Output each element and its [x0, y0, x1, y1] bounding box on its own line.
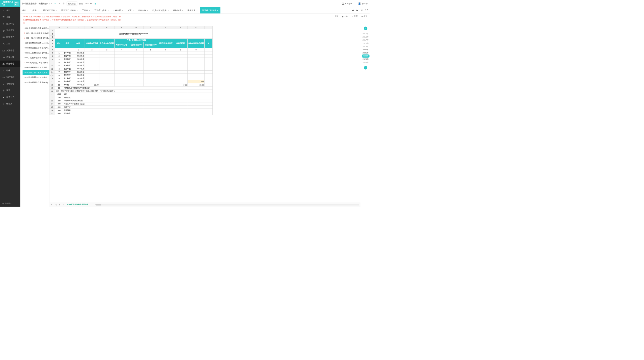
tab-close-icon[interactable]: ✕: [182, 9, 183, 11]
reset-button[interactable]: ↺重置: [352, 15, 358, 18]
tab-存货别名对照表[interactable]: 存货别名对照表✕: [150, 7, 171, 14]
period-value[interactable]: 2023-11: [85, 3, 92, 5]
tab-close-icon[interactable]: ✕: [132, 9, 134, 11]
account-selector[interactable]: 刘小艳演示账套（勿删勿动！）1 ﹀: [22, 2, 56, 5]
tab-个税申报[interactable]: 个税申报✕: [111, 7, 125, 14]
nav-结账[interactable]: ✓结账: [0, 67, 20, 74]
tab-所得税汇算清缴[interactable]: 所得税汇算清缴✕: [200, 7, 220, 14]
report-item[interactable]: 004-期间费用明细表(A1040...: [23, 41, 49, 46]
collapse-handle[interactable]: ≪: [49, 72, 51, 78]
settings-icon-button[interactable]: ⚙: [63, 2, 65, 5]
tab-fullscreen[interactable]: ⛶: [365, 9, 369, 12]
period-label: 账期: [79, 2, 83, 5]
sidebar-pin-toggle[interactable]: ◀▶ 取消固定: [0, 201, 20, 207]
col-header[interactable]: G: [129, 26, 143, 29]
tab-close-icon[interactable]: ✕: [76, 9, 78, 11]
year-2020年[interactable]: 2020年: [362, 48, 370, 51]
sheet-nav-last[interactable]: ⏭: [62, 204, 66, 206]
nav-进销台账[interactable]: ⇄进销台账: [0, 54, 20, 61]
col-header[interactable]: C: [72, 26, 85, 29]
nav-label: 新手引导: [6, 96, 14, 98]
consult-button[interactable]: 🎧 人工咨询: [342, 2, 352, 5]
report-item[interactable]: 009-企业所得税弥补亏损明...: [23, 65, 49, 70]
tab-close-icon[interactable]: ✕: [122, 9, 123, 11]
report-item[interactable]: ?008-资产折旧、摊销及纳税...: [23, 60, 49, 65]
nav-工资[interactable]: ✎工资: [0, 41, 20, 47]
report-item[interactable]: ?003-一般企业成本支出明细...: [23, 36, 49, 41]
add-account-button[interactable]: ＋: [58, 2, 61, 5]
tab-close-all[interactable]: ✕: [360, 9, 364, 12]
tab-close-icon[interactable]: ✕: [217, 9, 218, 11]
report-item[interactable]: 011-研发费用加计扣除优惠...: [23, 75, 49, 80]
nav-首页[interactable]: ⌂首页: [0, 7, 20, 14]
col-header[interactable]: A: [55, 26, 63, 29]
tab-工资表[interactable]: 工资表✕: [80, 7, 92, 14]
col-header[interactable]: B: [63, 26, 72, 29]
sheet-nav-next[interactable]: ▶: [58, 204, 62, 206]
year-2021年[interactable]: 2021年: [362, 51, 370, 54]
tab-close-icon[interactable]: ✕: [37, 9, 39, 11]
col-header[interactable]: D: [85, 26, 99, 29]
tab-税务申报[interactable]: 税务申报✕: [171, 7, 185, 14]
report-item[interactable]: 010-免税、减计收入及加计...: [23, 70, 49, 75]
sheet-nav-prev[interactable]: ◀: [53, 204, 58, 206]
tab-close-icon[interactable]: ✕: [89, 9, 90, 11]
nav-icon: ❒: [2, 49, 5, 52]
tab-scroll-left[interactable]: ◀: [351, 9, 355, 12]
nav-畅会员[interactable]: V畅会员: [0, 100, 20, 107]
sheet-nav-first[interactable]: ⏮: [49, 204, 53, 206]
refresh-button[interactable]: ⟳刷新: [361, 15, 367, 18]
tab-工资统计报表[interactable]: 工资统计报表✕: [92, 7, 111, 14]
print-button[interactable]: 🖨打印: [342, 15, 348, 18]
tab-close-icon[interactable]: ✕: [196, 9, 198, 11]
tab-进销台账[interactable]: 进销台账✕: [136, 7, 150, 14]
h-scrollbar[interactable]: [95, 204, 359, 205]
year-2023年[interactable]: 2023年: [362, 58, 370, 61]
spreadsheet[interactable]: ABCDEFGHIJK1企业所得税弥补亏损明细表(A106000)234行次项目…: [49, 26, 360, 203]
report-item[interactable]: 005-纳税调整项目明细表(A1...: [23, 45, 49, 50]
report-item[interactable]: 006-职工薪酬纳税调整明细...: [23, 50, 49, 56]
year-2022年[interactable]: 2022年: [362, 54, 370, 58]
tab-固定资产明细账[interactable]: 固定资产明细账✕: [59, 7, 80, 14]
nav-固定资产[interactable]: ▥固定资产: [0, 34, 20, 40]
tab-发票[interactable]: 发票✕: [125, 7, 136, 14]
switch-old-button[interactable]: 切到旧版: [67, 2, 77, 6]
toolbar: ⬇下载 🖨打印 ↺重置 ⟳刷新: [332, 15, 367, 18]
nav-总账[interactable]: ☰总账: [0, 14, 20, 20]
sheet-tab[interactable]: 企业所得税弥补亏损明细表: [66, 203, 90, 207]
tab-固定资产类别[interactable]: 固定资产类别✕: [41, 7, 59, 14]
report-item[interactable]: 007-广告费和业务宣传费跨...: [23, 55, 49, 60]
download-button[interactable]: ⬇下载: [332, 15, 338, 18]
tab-close-icon[interactable]: ✕: [56, 9, 58, 11]
col-header[interactable]: F: [115, 26, 129, 29]
col-header[interactable]: I: [158, 26, 173, 29]
nav-发票管理[interactable]: ❒发票管理: [0, 47, 20, 54]
tab-计报表[interactable]: 计报表✕: [29, 7, 41, 14]
year-scroll-up[interactable]: ︿: [364, 27, 367, 30]
nav-归档管理[interactable]: ▭归档管理: [0, 74, 20, 80]
tab-首页[interactable]: 首页: [20, 7, 28, 14]
col-header[interactable]: H: [144, 26, 158, 29]
col-header[interactable]: E: [99, 26, 114, 29]
tab-close-icon[interactable]: ✕: [147, 9, 148, 11]
tab-label: 固定资产类别: [43, 9, 55, 12]
tab-税表清册[interactable]: 税表清册✕: [185, 7, 200, 14]
report-item[interactable]: 012-减免所得税优惠明细表(...: [23, 80, 49, 85]
nav-报表中心[interactable]: ✦报表中心: [0, 21, 20, 27]
nav-icon: ▭: [2, 76, 5, 78]
report-item[interactable]: 001-企业所得税年度纳税申...: [23, 26, 49, 31]
nav-税务管理[interactable]: ⚖税务管理: [0, 61, 20, 67]
col-header[interactable]: K: [188, 26, 205, 29]
year-scroll-down[interactable]: ﹀: [364, 66, 367, 70]
nav-资金管理[interactable]: ⊕资金管理: [0, 27, 20, 34]
tab-close-icon[interactable]: ✕: [107, 9, 109, 11]
tab-scroll-right[interactable]: ▶: [355, 9, 359, 12]
calendar-icon[interactable]: ▦: [95, 3, 96, 5]
tab-close-icon[interactable]: ✕: [167, 9, 169, 11]
nav-新手引导[interactable]: ▸新手引导: [0, 94, 20, 100]
col-header[interactable]: J: [173, 26, 187, 29]
nav-小畅报销[interactable]: G小畅报销: [0, 80, 20, 87]
report-item[interactable]: ?002-一般企业收入明细表(A10...: [23, 31, 49, 36]
nav-设置[interactable]: ⚙设置: [0, 87, 20, 94]
user-menu[interactable]: 👤 徐泽华: [358, 2, 368, 5]
